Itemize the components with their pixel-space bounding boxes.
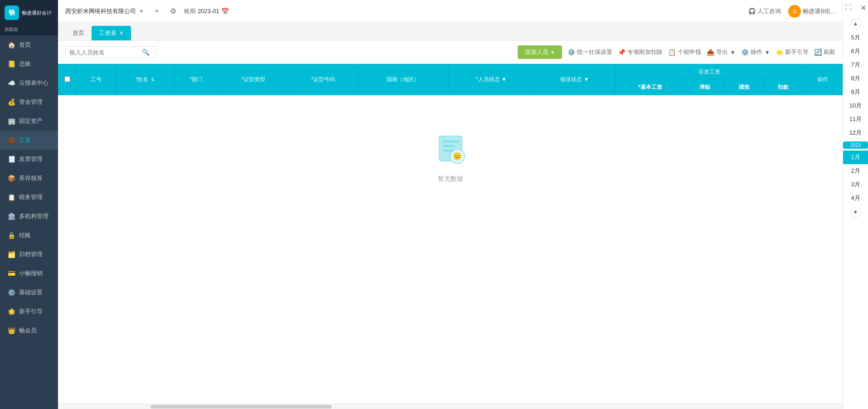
sidebar-item-closing[interactable]: 🔒 结账 [0, 226, 58, 245]
sidebar-item-expense[interactable]: 💳 小畅报销 [0, 264, 58, 283]
th-base-salary[interactable]: *基本工资 [615, 80, 685, 95]
svg-rect-2 [442, 145, 455, 147]
th-deduction: 扣款 [764, 80, 803, 95]
month-next-button[interactable]: ▼ [850, 207, 861, 218]
th-id-type[interactable]: *证型类型 [218, 64, 288, 95]
th-dept[interactable]: *部门 [174, 64, 218, 95]
th-country[interactable]: 国籍（地区） [358, 64, 448, 95]
sidebar-item-cloud-report[interactable]: ☁️ 云报表中心 [0, 73, 58, 93]
month-item-2022-11[interactable]: 11月 [843, 112, 868, 126]
sidebar-item-inventory[interactable]: 📦 库存核算 [0, 169, 58, 188]
sidebar-item-member[interactable]: 👑 畅会员 [0, 321, 58, 340]
sidebar-item-fund-label: 资金管理 [19, 98, 43, 106]
sidebar-item-asset[interactable]: 🏢 固定资产 [0, 112, 58, 131]
sidebar-item-multi-org[interactable]: 🏛️ 多机构管理 [0, 207, 58, 226]
sidebar-item-archive[interactable]: 🗂️ 归档管理 [0, 245, 58, 264]
month-panel-close-button[interactable]: ✕ [860, 4, 866, 12]
month-prev-button[interactable]: ▲ [850, 18, 861, 29]
sidebar-item-guide[interactable]: 🌟 新手引导 [0, 302, 58, 321]
operations-button[interactable]: ⚙️ 操作 ▼ [741, 48, 770, 56]
period-label: 账期 [184, 7, 196, 15]
refresh-button[interactable]: 🔄 刷新 [814, 48, 835, 56]
month-item-2023-01[interactable]: 1月 [843, 151, 868, 164]
topbar-actions: ＋ ⚙ [151, 6, 179, 17]
human-service-button[interactable]: 🎧 人工咨询 [748, 7, 781, 15]
month-item-2022-05[interactable]: 5月 [843, 31, 868, 44]
month-2022-12-label: 12月 [849, 129, 862, 136]
month-item-2022-09[interactable]: 9月 [843, 85, 868, 99]
th-status[interactable]: *人员状态 ▼ [448, 64, 534, 95]
special-deduction-label: 专项附加扣除 [627, 48, 663, 56]
sidebar-item-tax[interactable]: 📋 税务管理 [0, 188, 58, 207]
month-2022-09-label: 9月 [851, 88, 860, 95]
sidebar-item-multi-org-label: 多机构管理 [19, 212, 48, 220]
th-operations: 操作 [803, 64, 843, 95]
th-id-number[interactable]: *证型号码 [288, 64, 358, 95]
personal-tax-button[interactable]: 📋 个税申报 [668, 48, 701, 56]
month-item-2022-06[interactable]: 6月 [843, 44, 868, 58]
company-dropdown-arrow: ▼ [139, 8, 144, 15]
search-input[interactable] [69, 49, 142, 56]
export-icon: 📤 [707, 49, 714, 56]
horizontal-scrollbar[interactable] [58, 404, 843, 409]
empty-state: 😐 暂无数据 [58, 95, 843, 219]
th-checkbox[interactable] [58, 64, 77, 95]
select-all-checkbox[interactable] [64, 76, 70, 82]
special-deduction-button[interactable]: 📌 专项附加扣除 [618, 48, 663, 56]
current-year-badge: 2023 [843, 141, 868, 149]
month-item-2022-07[interactable]: 7月 [843, 58, 868, 72]
th-employee-id[interactable]: 工号 [77, 64, 116, 95]
search-box[interactable]: 🔍 [65, 46, 156, 58]
sidebar-item-ledger[interactable]: 📒 总账 [0, 54, 58, 73]
add-company-button[interactable]: ＋ [151, 6, 162, 17]
company-selector[interactable]: 西安虾米网络科技有限公司 ▼ [65, 7, 144, 15]
tab-close-button[interactable]: ✕ [119, 30, 124, 36]
user-profile-button[interactable]: B 畅捷通B组... [788, 5, 835, 18]
month-item-2022-12[interactable]: 12月 [843, 126, 868, 140]
add-employee-button[interactable]: 添加人员 ▼ [518, 45, 562, 59]
month-item-2023-04[interactable]: 4月 [843, 191, 868, 205]
name-sort-icon: ⇅ [151, 77, 155, 82]
report-status-filter-icon[interactable]: ▼ [584, 76, 589, 83]
th-name[interactable]: *姓名 ⇅ [116, 64, 174, 95]
toolbar-right-actions: 添加人员 ▼ ⚙️ 统一社保设置 📌 专项附加扣除 📋 个税申报 📤 [518, 45, 835, 59]
sidebar-item-guide-label: 新手引导 [19, 307, 43, 316]
month-2023-04-label: 4月 [851, 195, 860, 201]
sidebar: 畅 畅捷通好会计 旗舰版 🏠 首页 📒 总账 ☁️ 云报表中心 💰 资金管理 🏢… [0, 0, 58, 409]
status-filter-icon[interactable]: ▼ [501, 76, 507, 83]
tab-salary-table[interactable]: 工资表 ✕ [92, 26, 131, 40]
personal-tax-icon: 📋 [668, 49, 676, 56]
th-id-type-label: *证型类型 [242, 76, 266, 83]
month-item-2022-10[interactable]: 10月 [843, 99, 868, 112]
salary-icon: 💼 [7, 136, 15, 144]
scrollbar-thumb[interactable] [150, 405, 332, 409]
month-2022-10-label: 10月 [849, 102, 862, 109]
sidebar-item-home[interactable]: 🏠 首页 [0, 35, 58, 54]
period-calendar-icon[interactable]: 📅 [221, 8, 229, 15]
month-item-2023-03[interactable]: 3月 [843, 178, 868, 191]
th-allowance: 津贴 [685, 80, 724, 95]
sidebar-item-invoice-label: 发票管理 [19, 155, 43, 163]
th-employee-id-label: 工号 [91, 76, 102, 83]
export-button[interactable]: 📤 导出 ▼ [707, 48, 736, 56]
sidebar-item-salary[interactable]: 💼 工资 [0, 131, 58, 150]
tab-home[interactable]: 首页 [65, 26, 92, 40]
month-2023-03-label: 3月 [851, 181, 860, 188]
month-item-2022-08[interactable]: 8月 [843, 72, 868, 85]
sidebar-item-settings[interactable]: ⚙️ 基础设置 [0, 283, 58, 302]
new-guide-icon: 🌟 [776, 49, 783, 56]
social-settings-button[interactable]: ⚙️ 统一社保设置 [567, 48, 612, 56]
company-name: 西安虾米网络科技有限公司 [65, 7, 136, 15]
sidebar-item-member-label: 畅会员 [19, 326, 37, 335]
operations-label: 操作 [751, 48, 762, 56]
sidebar-item-fund[interactable]: 💰 资金管理 [0, 93, 58, 112]
month-item-2023-02[interactable]: 2月 [843, 164, 868, 178]
new-guide-button[interactable]: 🌟 新手引导 [776, 48, 809, 56]
th-report-status-label: 报送状态 [560, 76, 582, 83]
current-year-label: 2023 [850, 142, 861, 148]
sidebar-item-invoice[interactable]: 🧾 发票管理 [0, 150, 58, 169]
month-panel-expand-button[interactable]: ⛶ [845, 4, 851, 11]
company-settings-button[interactable]: ⚙ [168, 6, 179, 17]
th-salary-group-label: 应发工资 [698, 68, 720, 75]
th-report-status[interactable]: 报送状态 ▼ [534, 64, 616, 95]
